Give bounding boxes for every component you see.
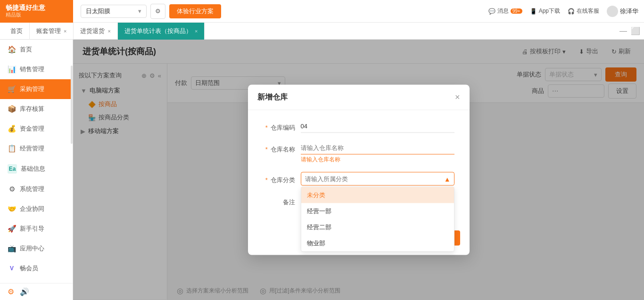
dialog-close-icon[interactable]: ×: [455, 92, 460, 102]
headphone-icon: 🎧: [568, 8, 575, 15]
app-download-item[interactable]: 📱 App下载: [530, 7, 560, 15]
name-error-msg: 请输入仓库名称: [301, 156, 454, 164]
logo-sub: 精品版: [6, 11, 45, 18]
dropdown-option-unclassified[interactable]: 未分类: [301, 187, 454, 203]
vip-icon: V: [8, 264, 16, 273]
sidebar-item-sales[interactable]: 📊 销售管理: [0, 59, 73, 79]
sales-icon: 📊: [8, 65, 16, 74]
form-row-name: * 仓库名称 请输入仓库名称: [263, 142, 454, 164]
tab-accounts[interactable]: 账套管理 ×: [30, 23, 74, 40]
sidebar-item-system[interactable]: ⚙ 系统管理: [0, 179, 73, 199]
store-selector[interactable]: 日太阳膜 ▾: [81, 5, 147, 18]
sidebar-item-inventory[interactable]: 📦 库存核算: [0, 99, 73, 119]
code-label: * 仓库编码: [263, 120, 301, 132]
sidebar-label-basic: 基础信息: [21, 165, 45, 173]
name-label-text: 仓库名称: [271, 146, 295, 153]
sidebar-label-guide: 新手引导: [20, 225, 44, 233]
logo-area: 畅捷通好生意 精品版: [0, 0, 73, 23]
sidebar-item-home[interactable]: 🏠 首页: [0, 40, 73, 59]
tab-purchase-stats-close-icon[interactable]: ×: [195, 28, 198, 34]
sidebar-item-apps[interactable]: 📺 应用中心: [0, 239, 73, 258]
sidebar-item-guide[interactable]: 🚀 新手引导: [0, 219, 73, 239]
sidebar-item-finance[interactable]: 💰 资金管理: [0, 119, 73, 139]
sidebar-label-sales: 销售管理: [20, 65, 44, 74]
sidebar-item-vip[interactable]: V 畅会员: [0, 258, 73, 278]
tab-maximize-icon[interactable]: ⬜: [631, 26, 640, 35]
name-input-wrap: 请输入仓库名称: [301, 142, 454, 164]
settings-icon[interactable]: ⚙: [150, 4, 165, 19]
tab-purchase-return-close-icon[interactable]: ×: [107, 28, 110, 34]
warehouse-name-input[interactable]: [301, 142, 454, 155]
user-name: 徐泽华: [620, 7, 638, 16]
sidebar-label-finance: 资金管理: [20, 125, 44, 133]
category-dropdown-list: 未分类 经营一部 经营二部 物业部: [301, 187, 454, 252]
category-dropdown-input[interactable]: [301, 172, 454, 186]
tab-accounts-close-icon[interactable]: ×: [64, 28, 66, 34]
category-dropdown: ▲ 未分类 经营一部 经营二部 物业部: [301, 172, 454, 186]
category-required-star: *: [265, 176, 268, 183]
content-area: 进货单统计(按商品) 🖨 按模板打印 ▾ ⬇ 导出 ↻ 刷新: [73, 40, 644, 300]
logo-name: 畅捷通好生意: [6, 4, 45, 12]
sidebar-label-system: 系统管理: [20, 185, 44, 193]
sidebar-scrollbar: [71, 66, 73, 144]
category-dropdown-arrow-icon[interactable]: ▲: [444, 175, 451, 183]
dropdown-option-dept1[interactable]: 经营一部: [301, 203, 454, 219]
message-item[interactable]: 💬 消息 99+: [488, 7, 522, 15]
message-badge: 99+: [511, 8, 522, 14]
message-label: 消息: [497, 7, 509, 15]
sidebar-label-collab: 企业协同: [20, 205, 44, 213]
apps-icon: 📺: [8, 244, 16, 253]
warehouse-code-input[interactable]: [301, 120, 454, 133]
store-arrow-icon: ▾: [138, 8, 141, 15]
inventory-icon: 📦: [8, 105, 16, 113]
dialog-title: 新增仓库: [257, 92, 455, 102]
sidebar-item-basic[interactable]: Ea 基础信息: [0, 158, 73, 179]
sidebar-item-purchase[interactable]: 🛒 采购管理: [0, 79, 73, 99]
sidebar-label-inventory: 库存核算: [20, 105, 44, 113]
app-download-label: App下载: [539, 7, 560, 15]
store-name: 日太阳膜: [86, 7, 136, 16]
sidebar-item-collab[interactable]: 🤝 企业协同: [0, 199, 73, 219]
purchase-icon: 🛒: [8, 85, 16, 93]
home-icon: 🏠: [8, 45, 16, 54]
dropdown-option-dept2[interactable]: 经营二部: [301, 219, 454, 235]
operation-icon: 📋: [8, 144, 16, 153]
sidebar-label-operation: 经营管理: [20, 144, 44, 153]
top-header: 畅捷通好生意 精品版 日太阳膜 ▾ ⚙ 体验行业方案 💬 消息 99+ 📱 Ap…: [0, 0, 644, 23]
sidebar-label-home: 首页: [20, 45, 32, 54]
add-warehouse-dialog: 新增仓库 × * 仓库编码 *: [248, 85, 470, 255]
online-service-item[interactable]: 🎧 在线客服: [568, 7, 599, 15]
code-required-star: *: [265, 124, 268, 131]
trial-button[interactable]: 体验行业方案: [169, 4, 221, 18]
sidebar-label-vip: 畅会员: [20, 264, 38, 273]
tab-purchase-return[interactable]: 进货退货 ×: [74, 23, 117, 40]
code-input-wrap: [301, 120, 454, 133]
online-service-label: 在线客服: [577, 7, 599, 15]
dropdown-option-property[interactable]: 物业部: [301, 235, 454, 251]
user-item[interactable]: 徐泽华: [607, 6, 638, 17]
tab-home-label: 首页: [10, 27, 23, 35]
category-label-text: 仓库分类: [271, 176, 295, 183]
dialog-body: * 仓库编码 * 仓库名称 请输入仓库名称: [248, 110, 470, 231]
tab-purchase-stats[interactable]: 进货单统计表（按商品） ×: [118, 23, 205, 40]
form-row-category: * 仓库分类 ▲ 未分类 经营一部 经营二部 物业部: [263, 172, 454, 186]
code-label-text: 仓库编码: [271, 124, 295, 131]
category-input-wrap: ▲ 未分类 经营一部 经营二部 物业部: [301, 172, 454, 186]
tab-home[interactable]: 首页: [4, 23, 30, 40]
settings-bottom-icon[interactable]: ⚙: [8, 287, 14, 296]
tab-bar: 首页 账套管理 × 进货退货 × 进货单统计表（按商品） × — ⬜: [0, 23, 644, 40]
collab-icon: 🤝: [8, 205, 16, 213]
app-icon: 📱: [530, 8, 537, 15]
name-required-star: *: [265, 146, 268, 153]
tab-actions: — ⬜: [619, 26, 640, 35]
sidebar-label-apps: 应用中心: [20, 244, 44, 253]
sidebar-item-operation[interactable]: 📋 经营管理: [0, 139, 73, 158]
sidebar-label-purchase: 采购管理: [20, 85, 44, 93]
sidebar: 🏠 首页 📊 销售管理 🛒 采购管理 📦 库存核算 💰 资金管理 📋 经营管理 …: [0, 40, 73, 300]
guide-icon: 🚀: [8, 225, 16, 233]
tab-accounts-label: 账套管理: [36, 27, 61, 35]
tab-minimize-icon[interactable]: —: [619, 27, 627, 35]
remark-label: 备注: [263, 194, 301, 207]
finance-icon: 💰: [8, 125, 16, 133]
speaker-icon[interactable]: 🔊: [20, 287, 29, 296]
